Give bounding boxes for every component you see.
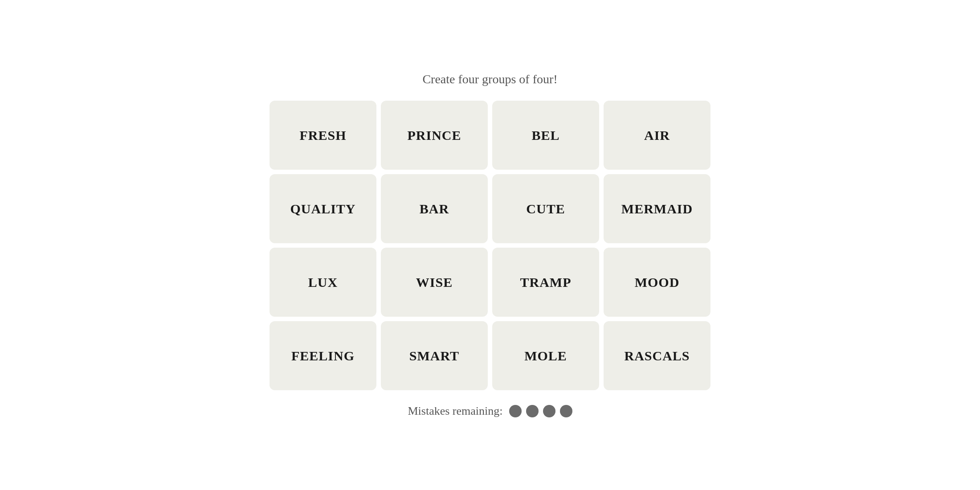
tile-label-cute: CUTE xyxy=(526,201,565,216)
mistakes-row: Mistakes remaining: xyxy=(408,404,572,418)
tile-quality[interactable]: QUALITY xyxy=(270,174,376,243)
tile-label-wise: WISE xyxy=(416,275,453,290)
mistake-dot-3 xyxy=(543,405,555,417)
word-grid: FRESHPRINCEBELAIRQUALITYBARCUTEMERMAIDLU… xyxy=(270,101,710,390)
tile-label-tramp: TRAMP xyxy=(520,275,572,290)
mistakes-label: Mistakes remaining: xyxy=(408,404,502,418)
mistakes-dots xyxy=(509,405,572,417)
tile-label-mermaid: MERMAID xyxy=(621,201,693,216)
mistake-dot-2 xyxy=(526,405,539,417)
tile-bar[interactable]: BAR xyxy=(381,174,488,243)
tile-air[interactable]: AIR xyxy=(604,101,710,170)
tile-label-feeling: FEELING xyxy=(291,348,355,363)
tile-label-bel: BEL xyxy=(531,128,559,143)
tile-label-mood: MOOD xyxy=(635,275,680,290)
tile-mood[interactable]: MOOD xyxy=(604,248,710,317)
mistake-dot-4 xyxy=(560,405,572,417)
tile-cute[interactable]: CUTE xyxy=(492,174,599,243)
tile-tramp[interactable]: TRAMP xyxy=(492,248,599,317)
tile-label-bar: BAR xyxy=(420,201,449,216)
tile-lux[interactable]: LUX xyxy=(270,248,376,317)
tile-bel[interactable]: BEL xyxy=(492,101,599,170)
tile-label-mole: MOLE xyxy=(524,348,567,363)
tile-mermaid[interactable]: MERMAID xyxy=(604,174,710,243)
tile-label-smart: SMART xyxy=(409,348,459,363)
tile-fresh[interactable]: FRESH xyxy=(270,101,376,170)
tile-smart[interactable]: SMART xyxy=(381,321,488,390)
game-container: Create four groups of four! FRESHPRINCEB… xyxy=(245,72,735,418)
tile-wise[interactable]: WISE xyxy=(381,248,488,317)
mistake-dot-1 xyxy=(509,405,522,417)
tile-mole[interactable]: MOLE xyxy=(492,321,599,390)
tile-rascals[interactable]: RASCALS xyxy=(604,321,710,390)
tile-label-quality: QUALITY xyxy=(290,201,355,216)
tile-label-fresh: FRESH xyxy=(299,128,346,143)
tile-label-lux: LUX xyxy=(308,275,338,290)
tile-prince[interactable]: PRINCE xyxy=(381,101,488,170)
game-subtitle: Create four groups of four! xyxy=(422,72,557,86)
tile-label-air: AIR xyxy=(644,128,670,143)
tile-feeling[interactable]: FEELING xyxy=(270,321,376,390)
tile-label-rascals: RASCALS xyxy=(624,348,690,363)
tile-label-prince: PRINCE xyxy=(407,128,461,143)
